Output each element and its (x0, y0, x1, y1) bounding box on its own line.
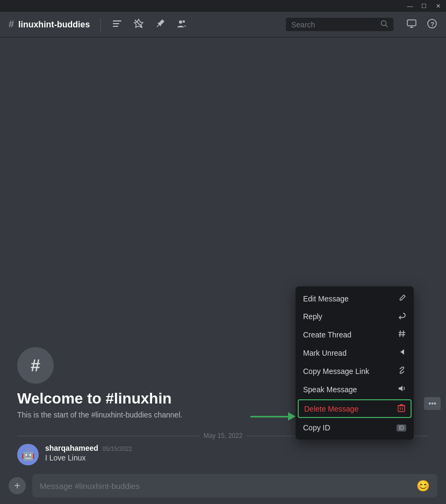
svg-point-6 (183, 20, 185, 22)
username: sharqahameed (45, 444, 98, 452)
message-row: 🤖 sharqahameed 05/15/2022 I Love Linux (9, 442, 437, 467)
menu-item-label: Create Thread (303, 330, 351, 339)
context-menu-item-mark-unread[interactable]: Mark Unread (296, 344, 414, 362)
threads-icon[interactable] (112, 18, 123, 31)
arrow-line (250, 416, 288, 417)
menu-item-icon (398, 312, 406, 321)
menu-item-icon: ID (397, 424, 406, 431)
maximize-button[interactable]: ☐ (420, 3, 428, 10)
message-header: sharqahameed 05/15/2022 (45, 444, 429, 452)
context-menu-item-copy-id[interactable]: Copy IDID (296, 419, 414, 436)
menu-item-icon (399, 294, 406, 303)
menu-item-label: Edit Message (303, 294, 349, 303)
context-menu-item-speak-message[interactable]: Speak Message (296, 380, 414, 398)
context-menu-item-copy-message-link[interactable]: Copy Message Link (296, 362, 414, 380)
svg-rect-1 (113, 23, 119, 24)
input-bar: + 😊 (0, 467, 446, 504)
message-text: I Love Linux (45, 453, 429, 462)
search-box[interactable] (286, 18, 393, 31)
more-options-button[interactable]: ••• (424, 397, 441, 410)
search-input[interactable] (291, 20, 377, 29)
search-icon (380, 20, 388, 29)
pin-icon[interactable] (155, 18, 166, 31)
green-arrow-indicator (250, 412, 296, 421)
message-input[interactable] (40, 481, 411, 491)
svg-text:?: ? (431, 20, 435, 27)
menu-item-label: Copy Message Link (303, 367, 369, 376)
add-icon: + (14, 480, 20, 492)
context-menu: Edit Message Reply Create Thread Mark Un… (296, 286, 414, 440)
menu-item-icon (398, 366, 406, 376)
header-divider (100, 18, 101, 31)
svg-rect-0 (113, 20, 121, 21)
svg-line-15 (403, 330, 404, 337)
menu-item-icon (398, 329, 406, 340)
context-menu-item-reply[interactable]: Reply (296, 307, 414, 325)
context-menu-item-create-thread[interactable]: Create Thread (296, 325, 414, 344)
channel-name-label: linuxhint-buddies (18, 20, 90, 30)
title-bar: — ☐ ✕ (0, 0, 446, 12)
svg-line-8 (386, 25, 388, 27)
minimize-button[interactable]: — (406, 3, 414, 9)
emoji-picker-button[interactable]: 😊 (416, 479, 430, 492)
menu-item-label: Reply (303, 312, 322, 321)
mute-icon[interactable] (133, 18, 144, 31)
svg-rect-9 (407, 20, 416, 26)
close-button[interactable]: ✕ (434, 3, 442, 10)
channel-hash-icon: # (9, 19, 14, 30)
context-menu-item-edit-message[interactable]: Edit Message (296, 290, 414, 307)
svg-rect-2 (113, 26, 118, 27)
message-input-container: 😊 (32, 474, 437, 498)
date-divider-text: May 15, 2022 (204, 432, 243, 440)
svg-point-5 (179, 20, 182, 24)
menu-item-icon (399, 348, 406, 357)
svg-marker-20 (399, 386, 402, 391)
add-attachment-button[interactable]: + (9, 477, 26, 494)
members-icon[interactable] (176, 18, 187, 31)
menu-item-label: Mark Unread (303, 349, 347, 357)
header-icons-group (112, 18, 277, 31)
context-menu-item-delete-message[interactable]: Delete Message (298, 399, 412, 418)
menu-item-label: Copy ID (303, 423, 330, 432)
menu-item-icon (398, 385, 406, 394)
svg-rect-21 (398, 406, 405, 412)
svg-line-4 (157, 25, 159, 27)
menu-item-label: Speak Message (303, 385, 357, 394)
arrow-head (288, 412, 296, 421)
message-timestamp: 05/15/2022 (103, 445, 132, 452)
help-icon[interactable]: ? (427, 18, 437, 31)
svg-line-19 (401, 369, 404, 372)
header-right-icons: ? (406, 18, 437, 31)
welcome-hash-circle: # (17, 347, 54, 384)
avatar: 🤖 (17, 444, 39, 465)
channel-name-display: # linuxhint-buddies (9, 19, 90, 30)
top-header: # linuxhint-buddies (0, 12, 446, 38)
avatar-emoji: 🤖 (21, 448, 35, 461)
welcome-hash-icon: # (31, 356, 40, 376)
menu-item-icon (398, 404, 405, 414)
monitor-icon[interactable] (406, 18, 417, 31)
main-content: # Welcome to #linuxhin This is the start… (0, 38, 446, 504)
menu-item-label: Delete Message (304, 405, 358, 413)
message-body: sharqahameed 05/15/2022 I Love Linux (45, 444, 429, 462)
svg-line-14 (400, 330, 400, 337)
svg-marker-18 (400, 349, 404, 355)
